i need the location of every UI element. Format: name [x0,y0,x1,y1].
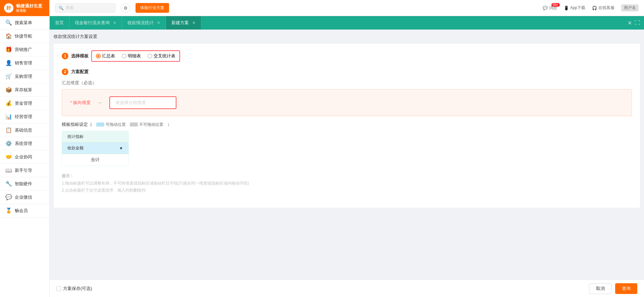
save-label: 方案保存(可选) [63,286,92,292]
legend-close: ） [167,122,171,128]
tabbar: 首页 现金银行流水查询 ✕ 收款情况统计 ✕ 新建方案 ✕ ✕ ⛶ [50,16,644,30]
fixed-legend-dot [130,122,138,127]
settings-button[interactable]: ⚙ [121,3,130,13]
sidebar-item-purchase[interactable]: 🛒 采购管理 [0,70,49,83]
sidebar-item-inventory[interactable]: 📦 库存核算 [0,83,49,97]
section1-title: 选择模板 [71,53,89,59]
notification-button[interactable]: 💬 消息 99+ [543,5,557,11]
tab-collection-stat[interactable]: 收款情况统计 ✕ [122,16,166,30]
trial-button[interactable]: 体验行业方案 [136,3,169,13]
sidebar-item-member[interactable]: 🏅 畅会员 [0,204,49,217]
search-icon: 🔍 [59,6,64,10]
metrics-col-header[interactable]: 收款金额 ▼ [62,143,128,154]
radio-summary-label: 汇总表 [102,53,115,59]
sidebar-item-label: 库存核算 [15,87,32,93]
sidebar-item-sales[interactable]: 👤 销售管理 [0,56,49,70]
radio-cross-dot [148,54,152,58]
sidebar-item-newbie[interactable]: 📖 新手引导 [0,164,49,177]
tips-line2: 2.点击标题栏下拉可设置排序、插入列和删除列 [62,187,632,194]
user-avatar[interactable]: 用户名 [621,4,639,11]
tab-bank-flow-close[interactable]: ✕ [113,20,116,25]
sidebar-item-corp-wechat[interactable]: 💬 企业微信 [0,191,49,204]
topbar-right: 💬 消息 99+ 📱 App下载 🎧 在线客服 用户名 [543,4,639,11]
metrics-table: 统计指标 收款金额 ▼ 合计 [62,131,129,166]
radio-summary[interactable]: 汇总表 [96,53,115,59]
sidebar-item-quick-nav[interactable]: 🏠 快捷导航 [0,30,49,43]
section2-num: 2 [62,68,68,75]
main-card: 1 选择模板 汇总表 明细表 交叉统计表 [54,44,640,208]
logo-sub: 标准版 [16,9,42,13]
sidebar-item-label: 企业协同 [15,154,32,160]
content-area: 收款情况统计方案设置 1 选择模板 汇总表 明细表 [50,30,644,280]
sidebar-item-corp-collab[interactable]: 🤝 企业协同 [0,150,49,164]
metrics-total-row: 合计 [62,154,128,165]
gift-icon: 🎁 [5,46,12,53]
tips-line1: 1.拖动标题栏可以调整布局，不可跨维度或指标区域拖动栏目字段(只能在同一维度或指… [62,180,632,187]
notification-badge: 99+ [551,3,560,7]
sidebar-item-system[interactable]: ⚙️ 系统管理 [0,137,49,150]
sidebar-item-finance[interactable]: 💰 资金管理 [0,97,49,110]
radio-summary-dot [96,54,101,58]
sidebar-item-base-info[interactable]: 📋 基础信息 [0,123,49,137]
search-menu-icon: 🔍 [5,19,12,26]
section-config: 2 方案配置 汇总维度（必选） * 纵向维度 → 请选择分组维度 模板指标设定（ [62,68,632,194]
notification-icon: 💬 [543,6,548,10]
money-icon: 💰 [5,100,12,106]
logo-text: 畅捷通好生意 [16,3,42,9]
support-label: 在线客服 [598,5,614,11]
gear-icon: ⚙️ [5,140,12,147]
tab-new-plan-close[interactable]: ✕ [192,20,196,25]
radio-detail[interactable]: 明细表 [122,53,141,59]
download-icon: 📱 [564,6,569,10]
tab-new-plan[interactable]: 新建方案 ✕ [166,16,201,30]
sidebar-item-label: 搜索菜单 [15,20,32,26]
box-icon: 📦 [5,87,12,93]
bottom-actions: 取消 查询 [589,283,637,294]
user-text: 用户名 [624,5,636,10]
bottom-bar: 方案保存(可选) 取消 查询 [50,280,644,297]
stats-label: 统计指标 [67,134,84,140]
sidebar-item-operations[interactable]: 📊 经营管理 [0,110,49,123]
dim-select[interactable]: 请选择分组维度 [109,96,176,109]
tab-collection-label: 收款情况统计 [127,20,154,26]
tab-bank-flow-label: 现金银行流水查询 [75,20,110,26]
sidebar-item-label: 经营管理 [15,114,32,120]
home-icon: 🏠 [5,33,12,39]
section2-title: 方案配置 [71,69,89,75]
page-title: 收款情况统计方案设置 [54,34,640,40]
sidebar-item-label: 基础信息 [15,127,32,133]
radio-cross-label: 交叉统计表 [154,53,175,59]
radio-cross[interactable]: 交叉统计表 [148,53,175,59]
support-button[interactable]: 🎧 在线客服 [592,5,614,11]
sidebar-item-marketing[interactable]: 🎁 营销推广 [0,43,49,56]
chat-icon: 💬 [5,194,12,200]
download-label: App下载 [570,5,585,11]
sidebar-item-smart-hw[interactable]: 🔧 智能硬件 [0,177,49,191]
cancel-button[interactable]: 取消 [589,283,612,294]
metrics-total-label: 合计 [91,157,100,162]
search-input[interactable]: 🔍 搜索 [55,3,115,12]
sidebar-item-label: 营销推广 [15,47,32,53]
sidebar-item-label: 销售管理 [15,60,32,66]
metrics-area: 统计指标 收款金额 ▼ 合计 [62,131,632,166]
sidebar-item-search-menu[interactable]: 🔍 搜索菜单 [0,16,49,30]
support-icon: 🎧 [592,6,597,10]
close-window-button[interactable]: ✕ [628,20,632,26]
sidebar-item-label: 智能硬件 [15,181,32,187]
col-header-dropdown[interactable]: ▼ [119,146,123,151]
query-button[interactable]: 查询 [615,283,637,294]
dim-arrow: → [97,100,103,106]
section1-num: 1 [62,53,68,59]
tab-bank-flow[interactable]: 现金银行流水查询 ✕ [69,16,122,30]
handshake-icon: 🤝 [5,154,12,160]
tab-home[interactable]: 首页 [50,16,69,30]
maximize-window-button[interactable]: ⛶ [635,20,640,26]
download-button[interactable]: 📱 App下载 [564,5,585,11]
save-checkbox[interactable] [56,286,61,291]
row-dim-label: * 纵向维度 [70,100,91,106]
cart-icon: 🛒 [5,73,12,80]
tab-collection-close[interactable]: ✕ [157,20,160,25]
medal-icon: 🏅 [5,207,12,214]
sidebar-item-label: 快捷导航 [15,33,32,39]
section2-header: 2 方案配置 [62,68,632,75]
